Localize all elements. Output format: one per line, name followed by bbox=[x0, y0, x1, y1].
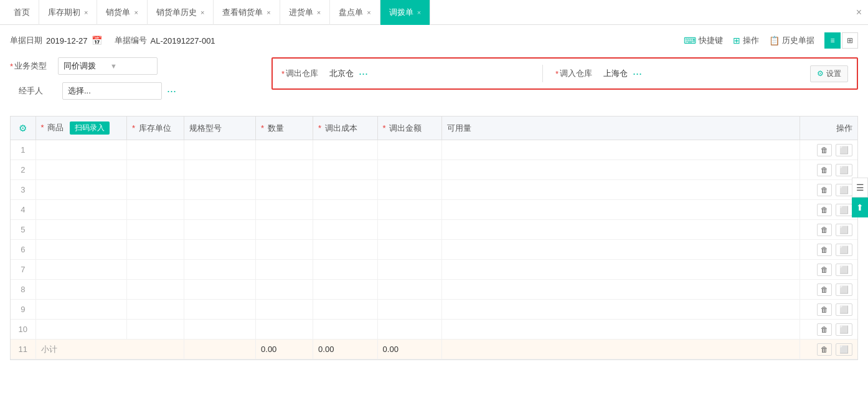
person-more-btn[interactable]: ··· bbox=[167, 85, 176, 98]
unit-cell[interactable] bbox=[126, 200, 184, 220]
product-cell[interactable] bbox=[35, 200, 126, 220]
table-settings-icon[interactable]: ⚙ bbox=[19, 123, 27, 133]
delete-btn[interactable]: 🗑 bbox=[817, 323, 832, 336]
copy-btn[interactable]: ⬜ bbox=[836, 323, 852, 336]
amount-cell[interactable] bbox=[377, 300, 442, 320]
tab-sales-order[interactable]: 销货单 × bbox=[97, 0, 147, 25]
delete-btn[interactable]: 🗑 bbox=[817, 244, 832, 256]
out-warehouse-more-btn[interactable]: ··· bbox=[359, 67, 368, 80]
unit-cell[interactable] bbox=[126, 260, 184, 280]
close-purchase-order[interactable]: × bbox=[317, 9, 321, 16]
spec-cell[interactable] bbox=[184, 280, 256, 300]
product-cell[interactable] bbox=[35, 140, 126, 160]
cost-cell[interactable] bbox=[313, 240, 378, 260]
amount-cell[interactable] bbox=[377, 240, 442, 260]
copy-btn[interactable]: ⬜ bbox=[836, 283, 852, 296]
cost-cell[interactable] bbox=[313, 160, 378, 180]
tab-purchase-order[interactable]: 进货单 × bbox=[280, 0, 330, 25]
available-cell[interactable] bbox=[442, 240, 800, 260]
quantity-cell[interactable] bbox=[256, 140, 313, 160]
cost-cell[interactable] bbox=[313, 320, 378, 340]
calendar-icon[interactable]: 📅 bbox=[92, 36, 102, 45]
unit-cell[interactable] bbox=[126, 280, 184, 300]
tab-inventory-check[interactable]: 盘点单 × bbox=[330, 0, 380, 25]
cost-cell[interactable] bbox=[313, 260, 378, 280]
copy-btn[interactable]: ⬜ bbox=[836, 204, 852, 216]
product-cell[interactable] bbox=[35, 180, 126, 200]
available-cell[interactable] bbox=[442, 220, 800, 240]
spec-cell[interactable] bbox=[184, 220, 256, 240]
close-sales-history[interactable]: × bbox=[200, 9, 204, 16]
tab-home[interactable]: 首页 bbox=[5, 0, 39, 25]
unit-cell[interactable] bbox=[126, 180, 184, 200]
unit-cell[interactable] bbox=[126, 160, 184, 180]
copy-btn[interactable]: ⬜ bbox=[836, 303, 852, 316]
close-view-sales[interactable]: × bbox=[267, 9, 270, 16]
settings-button[interactable]: ⚙ 设置 bbox=[810, 65, 848, 82]
copy-btn[interactable]: ⬜ bbox=[836, 144, 852, 156]
tab-sales-history[interactable]: 销货单历史 × bbox=[148, 0, 214, 25]
unit-cell[interactable] bbox=[126, 220, 184, 240]
person-select[interactable]: 选择... bbox=[62, 82, 162, 100]
close-inventory-init[interactable]: × bbox=[84, 9, 88, 16]
amount-cell[interactable] bbox=[377, 140, 442, 160]
float-export-btn[interactable]: ⬆ bbox=[852, 198, 868, 217]
cost-cell[interactable] bbox=[313, 180, 378, 200]
product-cell[interactable] bbox=[35, 280, 126, 300]
unit-cell[interactable] bbox=[126, 300, 184, 320]
spec-cell[interactable] bbox=[184, 300, 256, 320]
cost-cell[interactable] bbox=[313, 140, 378, 160]
available-cell[interactable] bbox=[442, 180, 800, 200]
available-cell[interactable] bbox=[442, 160, 800, 180]
product-cell[interactable] bbox=[35, 260, 126, 280]
available-cell[interactable] bbox=[442, 200, 800, 220]
unit-cell[interactable] bbox=[126, 240, 184, 260]
cost-cell[interactable] bbox=[313, 220, 378, 240]
product-cell[interactable] bbox=[35, 160, 126, 180]
delete-btn[interactable]: 🗑 bbox=[817, 343, 832, 356]
float-list-btn[interactable]: ☰ bbox=[852, 178, 868, 198]
cost-cell[interactable] bbox=[313, 280, 378, 300]
tab-inventory-init[interactable]: 库存期初 × bbox=[39, 0, 97, 25]
amount-cell[interactable] bbox=[377, 160, 442, 180]
tab-view-sales[interactable]: 查看销货单 × bbox=[214, 0, 280, 25]
delete-btn[interactable]: 🗑 bbox=[817, 283, 832, 296]
spec-cell[interactable] bbox=[184, 200, 256, 220]
quantity-cell[interactable] bbox=[256, 200, 313, 220]
close-transfer[interactable]: × bbox=[417, 9, 421, 16]
spec-cell[interactable] bbox=[184, 260, 256, 280]
available-cell[interactable] bbox=[442, 260, 800, 280]
in-warehouse-more-btn[interactable]: ··· bbox=[633, 67, 642, 80]
amount-cell[interactable] bbox=[377, 220, 442, 240]
available-cell[interactable] bbox=[442, 280, 800, 300]
product-cell[interactable] bbox=[35, 240, 126, 260]
copy-btn[interactable]: ⬜ bbox=[836, 184, 852, 196]
operations-btn[interactable]: ⊞ 操作 bbox=[733, 35, 759, 46]
available-cell[interactable] bbox=[442, 320, 800, 340]
scan-button[interactable]: 扫码录入 bbox=[70, 121, 110, 135]
amount-cell[interactable] bbox=[377, 180, 442, 200]
product-cell[interactable] bbox=[35, 300, 126, 320]
quantity-cell[interactable] bbox=[256, 240, 313, 260]
unit-cell[interactable] bbox=[126, 140, 184, 160]
spec-cell[interactable] bbox=[184, 240, 256, 260]
amount-cell[interactable] bbox=[377, 320, 442, 340]
available-cell[interactable] bbox=[442, 300, 800, 320]
amount-cell[interactable] bbox=[377, 200, 442, 220]
delete-btn[interactable]: 🗑 bbox=[817, 264, 832, 276]
spec-cell[interactable] bbox=[184, 140, 256, 160]
delete-btn[interactable]: 🗑 bbox=[817, 224, 832, 236]
grid-view-btn[interactable]: ⊞ bbox=[842, 32, 858, 49]
delete-btn[interactable]: 🗑 bbox=[817, 204, 832, 216]
close-inventory-check[interactable]: × bbox=[367, 9, 370, 16]
close-sales-order[interactable]: × bbox=[134, 9, 138, 16]
product-cell[interactable] bbox=[35, 220, 126, 240]
quantity-cell[interactable] bbox=[256, 180, 313, 200]
tab-transfer[interactable]: 调拨单 × bbox=[380, 0, 430, 25]
history-btn[interactable]: 📋 历史单据 bbox=[769, 35, 814, 46]
unit-cell[interactable] bbox=[126, 320, 184, 340]
quantity-cell[interactable] bbox=[256, 220, 313, 240]
available-cell[interactable] bbox=[442, 140, 800, 160]
quantity-cell[interactable] bbox=[256, 280, 313, 300]
delete-btn[interactable]: 🗑 bbox=[817, 184, 832, 196]
